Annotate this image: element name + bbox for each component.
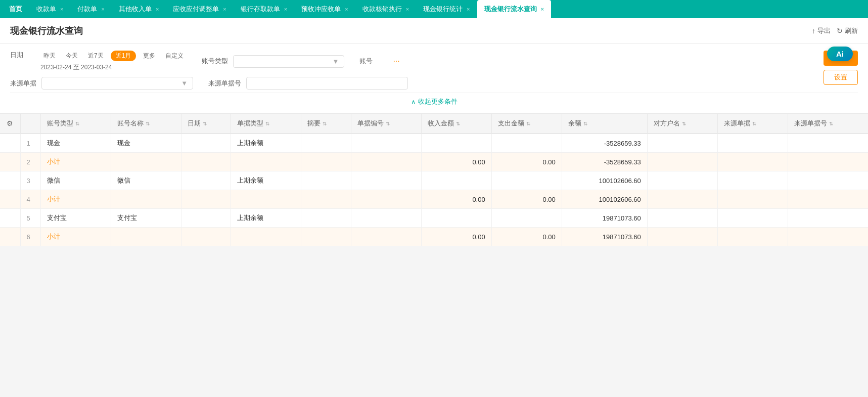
cell-income — [421, 209, 491, 228]
account-ellipsis[interactable]: ··· — [390, 57, 402, 66]
sort-source-doc-icon: ⇅ — [752, 121, 756, 126]
table-row: 2小计0.000.00-3528659.33 — [0, 153, 868, 171]
cell-counterpart — [647, 228, 717, 246]
th-date[interactable]: 日期⇅ — [181, 114, 231, 134]
th-summary[interactable]: 摘要⇅ — [301, 114, 351, 134]
cell-doc-no — [351, 153, 421, 171]
page-title: 现金银行流水查询 — [10, 25, 83, 37]
nav-ar-adjust-close[interactable]: × — [223, 6, 226, 12]
nav-advance-offset-close[interactable]: × — [345, 6, 348, 12]
nav-cash-bank-flow-close[interactable]: × — [541, 6, 544, 12]
date-label: 日期 — [10, 51, 35, 60]
date-options: 昨天 今天 近7天 近1月 更多 自定义 — [40, 51, 187, 61]
table-container: ⚙ 账号类型⇅ 账号名称⇅ 日期⇅ 单据类型⇅ 摘要⇅ — [0, 114, 868, 246]
nav-bank-deposit-label: 银行存取款单 — [241, 5, 280, 14]
cell-source-doc — [717, 153, 788, 171]
nav-item-ar-adjust[interactable]: 应收应付调整单 × — [166, 0, 233, 18]
collapse-bar[interactable]: ∧ 收起更多条件 — [10, 93, 858, 106]
nav-cash-bank-stats-label: 现金银行统计 — [423, 5, 463, 14]
cell-seq: 6 — [20, 228, 40, 246]
date-opt-month[interactable]: 近1月 — [111, 51, 136, 61]
cell-counterpart — [647, 171, 717, 190]
settings-button[interactable]: 设置 — [824, 70, 858, 85]
th-balance[interactable]: 余额⇅ — [562, 114, 647, 134]
cell-summary — [301, 134, 351, 153]
cell-balance: 19871073.60 — [562, 209, 647, 228]
nav-item-collection-verify[interactable]: 收款核销执行 × — [355, 0, 416, 18]
ai-button[interactable]: Ai — [827, 47, 853, 61]
export-button[interactable]: ↑ 导出 — [812, 26, 831, 35]
th-doc-no[interactable]: 单据编号⇅ — [351, 114, 421, 134]
nav-payments-close[interactable]: × — [101, 6, 104, 12]
cell-account-name: 支付宝 — [111, 209, 181, 228]
cell-doc-type: 上期余额 — [231, 134, 301, 153]
nav-other-income-close[interactable]: × — [156, 6, 159, 12]
th-income[interactable]: 收入金额⇅ — [421, 114, 491, 134]
cell-account-type: 支付宝 — [40, 209, 111, 228]
date-opt-more[interactable]: 更多 — [140, 51, 158, 61]
date-opt-yesterday[interactable]: 昨天 — [40, 51, 59, 61]
nav-receipts-label: 收款单 — [36, 5, 56, 14]
cell-source-doc-no — [788, 171, 868, 190]
nav-item-other-income[interactable]: 其他收入单 × — [112, 0, 166, 18]
th-source-doc-no[interactable]: 来源单据号⇅ — [788, 114, 868, 134]
th-account-type[interactable]: 账号类型⇅ — [40, 114, 111, 134]
nav-item-home[interactable]: 首页 — [2, 0, 29, 18]
refresh-label: 刷新 — [845, 26, 858, 35]
cell-income — [421, 171, 491, 190]
th-account-name[interactable]: 账号名称⇅ — [111, 114, 181, 134]
table-row: 4小计0.000.00100102606.60 — [0, 190, 868, 209]
cell-source-doc-no — [788, 153, 868, 171]
sort-date-icon: ⇅ — [203, 121, 207, 126]
cell-doc-no — [351, 209, 421, 228]
date-opt-week[interactable]: 近7天 — [85, 51, 107, 61]
nav-item-cash-bank-stats[interactable]: 现金银行统计 × — [416, 0, 477, 18]
nav-item-receipts[interactable]: 收款单 × — [29, 0, 70, 18]
th-doc-type[interactable]: 单据类型⇅ — [231, 114, 301, 134]
sort-doc-no-icon: ⇅ — [386, 121, 390, 126]
cell-doc-no — [351, 134, 421, 153]
cell-doc-no — [351, 190, 421, 209]
account-type-select[interactable]: ▼ — [233, 55, 344, 68]
cell-doc-type — [231, 153, 301, 171]
source-doc-select[interactable]: ▼ — [41, 77, 193, 90]
gear-icon[interactable]: ⚙ — [7, 119, 13, 127]
cell-date — [181, 209, 231, 228]
nav-item-cash-bank-flow[interactable]: 现金银行流水查询 × — [477, 0, 551, 18]
th-gear[interactable]: ⚙ — [0, 114, 20, 134]
cell-expense: 0.00 — [491, 153, 562, 171]
nav-receipts-close[interactable]: × — [60, 6, 63, 12]
cell-doc-no — [351, 228, 421, 246]
nav-payments-label: 付款单 — [77, 5, 97, 14]
date-opt-custom[interactable]: 自定义 — [162, 51, 187, 61]
th-expense[interactable]: 支出金额⇅ — [491, 114, 562, 134]
cell-gear — [0, 134, 20, 153]
nav-other-income-label: 其他收入单 — [119, 5, 152, 14]
cell-gear — [0, 209, 20, 228]
export-label: 导出 — [817, 26, 831, 35]
nav-bank-deposit-close[interactable]: × — [284, 6, 287, 12]
date-opt-today[interactable]: 今天 — [63, 51, 81, 61]
nav-item-payments[interactable]: 付款单 × — [70, 0, 111, 18]
cell-source-doc-no — [788, 134, 868, 153]
nav-item-bank-deposit[interactable]: 银行存取款单 × — [234, 0, 294, 18]
cell-seq: 5 — [20, 209, 40, 228]
nav-cash-bank-stats-close[interactable]: × — [467, 6, 470, 12]
cell-account-name: 微信 — [111, 171, 181, 190]
nav-advance-offset-label: 预收冲应收单 — [301, 5, 341, 14]
refresh-button[interactable]: ↻ 刷新 — [837, 26, 858, 35]
th-counterpart[interactable]: 对方户名⇅ — [647, 114, 717, 134]
nav-collection-verify-close[interactable]: × — [406, 6, 409, 12]
sort-income-icon: ⇅ — [456, 121, 460, 126]
nav-ar-adjust-label: 应收应付调整单 — [173, 5, 219, 14]
cell-source-doc — [717, 209, 788, 228]
cell-account-type: 小计 — [40, 228, 111, 246]
cell-account-name: 现金 — [111, 134, 181, 153]
th-source-doc[interactable]: 来源单据⇅ — [717, 114, 788, 134]
nav-item-advance-offset[interactable]: 预收冲应收单 × — [294, 0, 355, 18]
cell-income: 0.00 — [421, 190, 491, 209]
account-label: 账号 — [359, 57, 385, 66]
source-doc-no-input[interactable] — [246, 77, 408, 90]
cell-balance: 19871073.60 — [562, 228, 647, 246]
cell-source-doc — [717, 190, 788, 209]
